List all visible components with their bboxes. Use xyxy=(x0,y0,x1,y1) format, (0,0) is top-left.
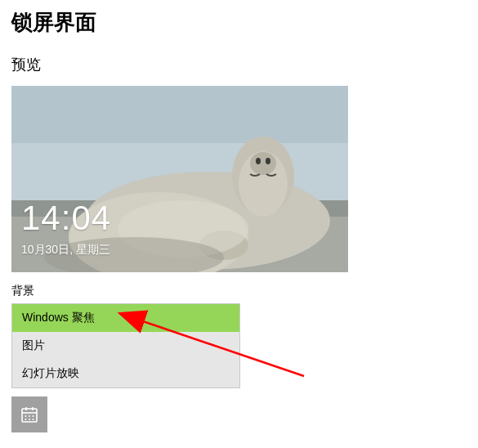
dropdown-option-slideshow[interactable]: 幻灯片放映 xyxy=(12,360,239,388)
page-title: 锁屏界面 xyxy=(11,8,467,37)
lockscreen-preview: 14:04 10月30日, 星期三 xyxy=(11,86,348,272)
dropdown-option-picture[interactable]: 图片 xyxy=(12,332,239,360)
calendar-icon xyxy=(20,405,38,423)
svg-point-20 xyxy=(33,415,34,417)
calendar-app-button[interactable] xyxy=(11,396,47,432)
svg-point-9 xyxy=(256,158,261,164)
svg-point-23 xyxy=(33,419,34,420)
background-label: 背景 xyxy=(11,284,467,298)
preview-label: 预览 xyxy=(11,55,467,74)
svg-point-18 xyxy=(25,415,27,417)
svg-point-19 xyxy=(29,415,30,417)
svg-point-22 xyxy=(29,419,30,420)
svg-point-8 xyxy=(250,152,276,175)
svg-point-10 xyxy=(266,158,270,164)
dropdown-option-windows-spotlight[interactable]: Windows 聚焦 xyxy=(12,304,239,332)
background-dropdown[interactable]: Windows 聚焦 图片 幻灯片放映 xyxy=(11,303,240,388)
preview-date: 10月30日, 星期三 xyxy=(21,243,110,258)
svg-point-21 xyxy=(25,419,27,420)
svg-rect-1 xyxy=(11,86,348,143)
preview-time: 14:04 xyxy=(21,199,111,238)
